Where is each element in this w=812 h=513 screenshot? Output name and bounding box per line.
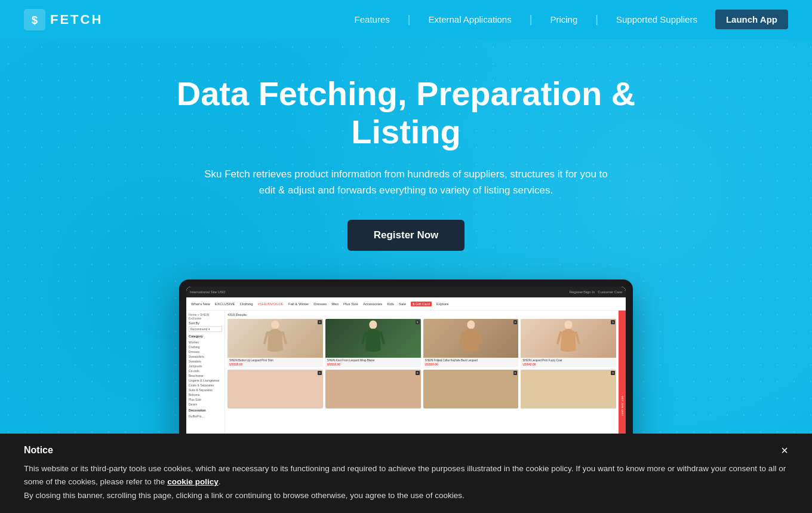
shein-product-info-3: SHEIN Folded Collar Keyhole Back Leopard… bbox=[423, 358, 519, 367]
shein-topbar: International Site USD Register/Sign In … bbox=[186, 287, 626, 297]
shein-product-info-4: SHEIN Leopard Print Fuzzy Coat US$42.00 bbox=[521, 358, 616, 367]
svg-point-3 bbox=[369, 321, 377, 330]
shein-products-grid: S bbox=[227, 319, 616, 367]
shein-sidebar-coords: Co-ords bbox=[189, 368, 222, 373]
shein-product-price-1: US$18.00 bbox=[229, 363, 321, 366]
shein-badge-1: S bbox=[318, 320, 322, 324]
shein-sidebar-clothing: Clothing bbox=[189, 345, 222, 349]
shein-sidebar-plussize: Plus Size bbox=[189, 397, 222, 402]
shein-sidebar-lingerie: Lingerie & Loungewear bbox=[189, 378, 222, 383]
shein-products-row2: S S S bbox=[227, 370, 616, 408]
nav-links: Features | External Applications | Prici… bbox=[355, 13, 788, 26]
cookie-notice-title: Notice bbox=[24, 445, 53, 456]
shein-product-price-2: US$18.00 bbox=[327, 363, 419, 366]
shein-badge-7: S bbox=[513, 371, 518, 375]
navbar: $ FETCH Features | External Applications… bbox=[0, 0, 812, 39]
shein-nav-item-sale: Sale bbox=[399, 302, 406, 306]
cookie-body: This website or its third-party tools us… bbox=[24, 462, 788, 502]
shein-product-price-4: US$42.00 bbox=[522, 363, 614, 366]
nav-external-applications[interactable]: External Applications bbox=[428, 14, 511, 24]
hero-subtitle: Sku Fetch retrieves product information … bbox=[203, 166, 609, 198]
shein-product-5: S bbox=[227, 370, 323, 408]
shein-nav-item-sheinvogue: #SHEINVOGUE bbox=[258, 302, 284, 306]
shein-product-3: S SHEIN bbox=[423, 319, 519, 367]
shein-product-2: S SHEIN bbox=[325, 319, 421, 367]
shein-sidebar-bottoms: Bottoms bbox=[189, 392, 222, 397]
shein-breadcrumb: Home > SHEIN Exclusive bbox=[189, 313, 222, 320]
shein-sidebar-dresses: Dresses bbox=[189, 349, 222, 354]
shein-sidebar-sweaters: Sweaters bbox=[189, 359, 222, 364]
shein-decoration-label: Decoration Ruffle/Flo... bbox=[189, 408, 222, 419]
shein-product-info-1: SHEIN Button Up Leopard Print Shirt US$1… bbox=[227, 358, 323, 367]
shein-badge-2: S bbox=[416, 320, 420, 324]
shein-badge-3: S bbox=[513, 320, 518, 324]
shein-product-img-7: S bbox=[423, 370, 519, 408]
svg-text:$: $ bbox=[32, 14, 38, 26]
shein-nav-item-giftcard: $ Gift Card bbox=[411, 302, 432, 306]
shein-nav-item-accessories: Accessories bbox=[363, 302, 382, 306]
shein-sidebar-beachwear: Beachwear bbox=[189, 373, 222, 378]
cookie-close-button[interactable]: × bbox=[781, 444, 788, 456]
nav-divider-1: | bbox=[408, 13, 411, 25]
shein-sidebar-sweatshirts: Sweatshirts bbox=[189, 354, 222, 359]
shein-product-6: S bbox=[325, 370, 421, 408]
shein-category-title: Category bbox=[189, 334, 222, 338]
shein-nav-item-whatsnew: What's New bbox=[191, 302, 210, 306]
shein-badge-6: S bbox=[416, 371, 420, 375]
shein-product-img-3: S bbox=[423, 319, 519, 358]
shein-nav-item-explore: Explore bbox=[436, 302, 448, 306]
cookie-notice: Notice × This website or its third-party… bbox=[0, 434, 812, 513]
shein-product-img-2: S bbox=[325, 319, 421, 358]
shein-product-img-4: S bbox=[521, 319, 616, 358]
shein-nav: What's New EXCLUSIVE Clothing #SHEINVOGU… bbox=[186, 297, 626, 311]
shein-product-figure-4 bbox=[521, 319, 616, 358]
svg-point-4 bbox=[467, 321, 475, 330]
shein-product-img-8: S bbox=[521, 370, 616, 408]
shein-badge-5: S bbox=[318, 371, 322, 375]
shein-sidebar-suits: Suits & Separates bbox=[189, 388, 222, 392]
cookie-policy-link[interactable]: cookie policy bbox=[167, 477, 219, 486]
shein-nav-item-plussize: Plus Size bbox=[343, 302, 358, 306]
nav-features[interactable]: Features bbox=[355, 14, 390, 24]
shein-product-figure-2 bbox=[325, 319, 421, 358]
shein-sidebar-jumpsuits: Jumpsuits bbox=[189, 364, 222, 368]
svg-point-5 bbox=[565, 321, 573, 330]
logo-icon: $ bbox=[24, 9, 45, 30]
cookie-body-text-2: By closing this banner, scrolling this p… bbox=[24, 491, 465, 500]
shein-sortby-select: Recommend ▾ bbox=[189, 326, 222, 332]
shein-badge-8: S bbox=[611, 371, 615, 375]
nav-divider-2: | bbox=[530, 13, 533, 25]
shein-badge-4: S bbox=[611, 320, 615, 324]
shein-product-8: S bbox=[521, 370, 616, 408]
cookie-notice-header: Notice × bbox=[24, 444, 788, 456]
shein-nav-item-men: Men bbox=[331, 302, 339, 306]
shein-product-figure-1 bbox=[227, 319, 323, 358]
shein-product-7: S bbox=[423, 370, 519, 408]
shein-nav-item-clothing: Clothing bbox=[240, 302, 253, 306]
shein-sidebar-women: Women bbox=[189, 340, 222, 345]
shein-sortby-label: Sort By bbox=[189, 321, 222, 325]
logo[interactable]: $ FETCH bbox=[24, 9, 103, 30]
shein-results-count: 4316 Results bbox=[227, 313, 616, 317]
svg-point-2 bbox=[271, 321, 279, 330]
shein-deco-ruffles: Ruffle/Flo... bbox=[189, 414, 222, 419]
shein-product-img-6: S bbox=[325, 370, 421, 408]
logo-text: FETCH bbox=[50, 12, 103, 27]
hero-title: Data Fetching, Preparation & Listing bbox=[137, 75, 675, 152]
cookie-body-text-1: This website or its third-party tools us… bbox=[24, 464, 786, 486]
register-button[interactable]: Register Now bbox=[347, 220, 465, 251]
shein-product-img-1: S bbox=[227, 319, 323, 358]
shein-product-info-2: SHEIN Knot Front Leopard Wrap Blazer US$… bbox=[325, 358, 421, 367]
nav-pricing[interactable]: Pricing bbox=[550, 14, 577, 24]
shein-nav-item-kids: Kids bbox=[387, 302, 394, 306]
shein-nav-item-dresses: Dresses bbox=[313, 302, 327, 306]
shein-sidebar-coats: Coats & Separates bbox=[189, 383, 222, 388]
shein-topbar-text: International Site USD bbox=[190, 290, 225, 294]
nav-launch-app[interactable]: Launch App bbox=[715, 10, 788, 29]
shein-product-price-3: US$18.00 bbox=[425, 363, 517, 366]
shein-product-1: S bbox=[227, 319, 323, 367]
nav-supported-suppliers[interactable]: Supported Suppliers bbox=[616, 14, 697, 24]
shein-product-figure-3 bbox=[423, 319, 519, 358]
shein-nav-item-exclusive: EXCLUSIVE bbox=[215, 302, 235, 306]
shein-sidebar-denim: Denim bbox=[189, 402, 222, 407]
